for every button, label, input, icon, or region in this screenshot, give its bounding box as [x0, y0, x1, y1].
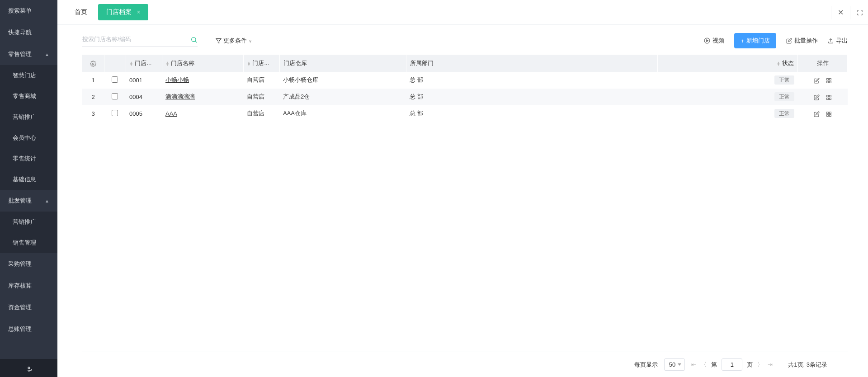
table-row: 10001小畅小畅自营店小畅小畅仓库总 部正常	[82, 72, 848, 89]
add-store-label: 新增门店	[746, 37, 770, 45]
svg-rect-8	[826, 78, 828, 80]
sidebar-item-search-menu[interactable]: 搜索菜单	[0, 0, 57, 22]
col-warehouse: 门店仓库	[279, 55, 406, 72]
close-all-tabs-button[interactable]: ✕	[831, 6, 844, 19]
store-name-link[interactable]: 小畅小畅	[165, 76, 189, 83]
cell-status: 正常	[658, 105, 798, 122]
sidebar-item-retail-stats[interactable]: 零售统计	[0, 148, 57, 169]
cell-code: 0004	[126, 89, 162, 105]
prev-page-button[interactable]: 〈	[701, 361, 707, 369]
search-input[interactable]	[82, 36, 190, 42]
cell-name: AAA	[162, 105, 243, 122]
sidebar-item-smart-store[interactable]: 智慧门店	[0, 65, 57, 86]
table-row: 30005AAA自营店AAA仓库总 部正常	[82, 105, 848, 122]
last-page-button[interactable]: ⇥	[768, 361, 773, 368]
cell-dept: 总 部	[406, 105, 658, 122]
close-icon[interactable]: ×	[137, 9, 140, 15]
edit-row-button[interactable]	[814, 93, 820, 100]
row-checkbox[interactable]	[112, 93, 118, 99]
tab-store-archive[interactable]: 门店档案 ×	[98, 4, 148, 20]
sort-icon: ▲▼	[130, 61, 133, 66]
tab-bar: 首页 门店档案 × ✕	[57, 0, 868, 25]
row-checkbox-cell	[104, 89, 126, 105]
chevron-down-icon: ∨	[249, 38, 252, 43]
col-code[interactable]: ▲▼门店...	[126, 55, 162, 72]
chevron-up-icon: ▲	[45, 52, 49, 57]
sidebar-settings[interactable]	[0, 359, 57, 377]
edit-row-button[interactable]	[814, 110, 820, 117]
cell-warehouse: 产成品2仓	[279, 89, 406, 105]
svg-rect-16	[826, 112, 828, 113]
svg-rect-13	[829, 95, 831, 97]
row-checkbox[interactable]	[112, 76, 118, 83]
cell-warehouse: 小畅小畅仓库	[279, 72, 406, 89]
more-row-button[interactable]	[826, 76, 832, 83]
add-store-button[interactable]: + 新增门店	[734, 33, 776, 48]
more-row-button[interactable]	[826, 110, 832, 117]
svg-rect-10	[829, 81, 831, 83]
col-checkbox	[104, 55, 126, 72]
first-page-button[interactable]: ⇤	[691, 361, 696, 368]
sidebar-item-ledger[interactable]: 总账管理	[0, 318, 57, 340]
batch-ops-button[interactable]: 批量操作	[786, 37, 818, 45]
store-table: ▲▼门店... ▲▼门店名称 ▲▼门店... 门店仓库 所属部门 ▲▼状态 操作…	[82, 55, 848, 122]
search-icon[interactable]	[190, 35, 198, 43]
more-conditions-button[interactable]: 更多条件 ∨	[216, 37, 252, 45]
sidebar-item-sales-mgmt[interactable]: 销售管理	[0, 232, 57, 253]
next-page-button[interactable]: 〉	[757, 361, 763, 369]
status-badge: 正常	[774, 109, 794, 118]
svg-marker-3	[216, 38, 221, 43]
sidebar-item-basic-info[interactable]: 基础信息	[0, 169, 57, 190]
export-button[interactable]: 导出	[828, 37, 848, 45]
col-type[interactable]: ▲▼门店...	[243, 55, 279, 72]
sidebar-group-wholesale[interactable]: 批发管理 ▲	[0, 190, 57, 212]
cell-type: 自营店	[243, 72, 279, 89]
sidebar-item-funds[interactable]: 资金管理	[0, 297, 57, 318]
tab-home[interactable]: 首页	[66, 4, 95, 20]
sort-icon: ▲▼	[777, 61, 780, 66]
cell-code: 0001	[126, 72, 162, 89]
svg-line-2	[195, 41, 197, 42]
gear-icon	[25, 364, 33, 372]
sidebar-group-retail[interactable]: 零售管理 ▲	[0, 43, 57, 65]
page-suffix: 页	[747, 361, 753, 369]
sidebar-item-retail-mall[interactable]: 零售商城	[0, 86, 57, 107]
row-checkbox[interactable]	[112, 110, 118, 116]
more-row-button[interactable]	[826, 93, 832, 100]
edit-icon	[814, 94, 820, 100]
store-name-link[interactable]: AAA	[165, 110, 177, 117]
svg-rect-18	[829, 114, 831, 116]
search-wrap	[82, 35, 198, 46]
sidebar-item-marketing2[interactable]: 营销推广	[0, 212, 57, 232]
cell-dept: 总 部	[406, 89, 658, 105]
row-checkbox-cell	[104, 72, 126, 89]
per-page-select[interactable]: 50	[664, 358, 685, 371]
sidebar-item-purchase[interactable]: 采购管理	[0, 253, 57, 275]
svg-rect-14	[829, 98, 831, 99]
page-input[interactable]	[722, 358, 742, 371]
table-row: 20004滴滴滴滴滴自营店产成品2仓总 部正常	[82, 89, 848, 105]
sidebar-item-inventory[interactable]: 库存核算	[0, 275, 57, 297]
sidebar-submenu-wholesale: 营销推广 销售管理	[0, 212, 57, 253]
sidebar-item-member-center[interactable]: 会员中心	[0, 127, 57, 148]
gear-icon	[90, 61, 96, 67]
more-conditions-label: 更多条件	[223, 37, 247, 45]
col-name[interactable]: ▲▼门店名称	[162, 55, 243, 72]
sidebar-item-marketing[interactable]: 营销推广	[0, 107, 57, 127]
fullscreen-button[interactable]	[850, 6, 863, 19]
total-records: 共1页, 3条记录	[788, 361, 827, 369]
col-ops: 操作	[798, 55, 848, 72]
play-circle-icon	[704, 38, 710, 44]
sidebar-item-quick-nav[interactable]: 快捷导航	[0, 22, 57, 43]
video-button[interactable]: 视频	[704, 37, 724, 45]
pager: ⇤ 〈 第 页 〉 ⇥	[691, 358, 773, 371]
per-page-label: 每页显示	[634, 361, 658, 369]
grid-icon	[826, 111, 832, 117]
col-settings[interactable]	[82, 55, 104, 72]
edit-row-button[interactable]	[814, 76, 820, 83]
cell-ops	[798, 105, 848, 122]
store-name-link[interactable]: 滴滴滴滴滴	[165, 93, 195, 100]
main-area: 首页 门店档案 × ✕ 更多条件 ∨	[57, 0, 868, 377]
col-status[interactable]: ▲▼状态	[658, 55, 798, 72]
cell-name: 滴滴滴滴滴	[162, 89, 243, 105]
